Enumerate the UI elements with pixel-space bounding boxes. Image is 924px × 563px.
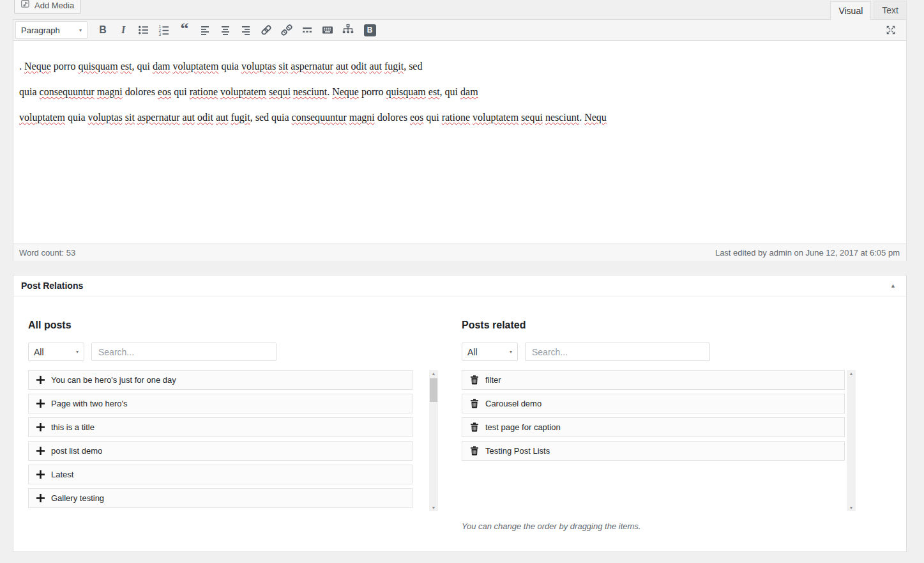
editor-status-bar: Word count:53 Last edited by admin on Ju… xyxy=(13,243,906,261)
post-title: Testing Post Lists xyxy=(485,446,550,456)
editor-paragraph: . Neque porro quisquam est, qui dam volu… xyxy=(19,60,893,72)
add-icon[interactable] xyxy=(36,447,45,455)
post-relations-body: All posts All ▾ You can be hero's just f… xyxy=(13,297,906,551)
all-posts-list: You can be hero's just for one day Page … xyxy=(28,370,413,511)
list-item[interactable]: You can be hero's just for one day xyxy=(28,370,413,390)
unlink-icon xyxy=(280,24,293,36)
last-edited-text: Last edited by admin on June 12, 2017 at… xyxy=(715,248,900,258)
add-media-button[interactable]: Add Media xyxy=(14,0,81,14)
scroll-down-icon[interactable]: ▼ xyxy=(847,505,856,510)
trash-icon[interactable] xyxy=(470,446,479,456)
unlink-button[interactable] xyxy=(278,22,296,38)
list-item[interactable]: test page for caption xyxy=(462,417,845,437)
all-posts-scrollbar[interactable]: ▲ ▼ xyxy=(429,370,438,511)
scroll-down-icon[interactable]: ▼ xyxy=(429,505,438,510)
post-relations-header[interactable]: Post Relations ▲ xyxy=(13,275,906,297)
list-item[interactable]: this is a title xyxy=(28,417,413,437)
drag-order-note: You can change the order by dragging the… xyxy=(462,521,640,531)
scrollbar-thumb[interactable] xyxy=(430,378,437,402)
align-right-icon xyxy=(239,24,252,36)
keyboard-button[interactable] xyxy=(319,22,337,38)
posts-related-list: filter Carousel demo test page for capti… xyxy=(462,370,845,511)
editor-paragraph: voluptatem quia voluptas sit aspernatur … xyxy=(19,111,893,123)
posts-related-scrollbar[interactable]: ▲ ▼ xyxy=(847,370,856,511)
all-posts-heading: All posts xyxy=(28,320,72,331)
scroll-up-icon[interactable]: ▲ xyxy=(429,371,438,376)
list-item[interactable]: Carousel demo xyxy=(462,394,845,413)
posts-related-column: Posts related All ▾ filter xyxy=(462,297,883,551)
align-center-button[interactable] xyxy=(216,22,234,38)
svg-text:3: 3 xyxy=(159,32,162,36)
tab-visual[interactable]: Visual xyxy=(830,1,871,20)
shortcode-b-icon: B xyxy=(364,24,376,36)
wp-post-editor-page: Add Media Visual Text Paragraph ▾ B I xyxy=(0,0,924,563)
editor-paragraph: quia consequuntur magni dolores eos qui … xyxy=(19,86,893,98)
read-more-tag-icon xyxy=(301,24,314,36)
link-icon xyxy=(260,24,273,36)
blockquote-button[interactable]: “ xyxy=(176,22,193,38)
blockquote-icon: “ xyxy=(181,26,189,35)
posts-related-search-input[interactable] xyxy=(525,343,710,361)
shortcode-b-button[interactable]: B xyxy=(361,22,379,38)
list-item[interactable]: Testing Post Lists xyxy=(462,441,845,461)
post-title: this is a title xyxy=(51,422,95,432)
post-title: Gallery testing xyxy=(51,493,104,503)
post-title: You can be hero's just for one day xyxy=(51,375,176,385)
add-icon[interactable] xyxy=(36,423,45,431)
list-item[interactable]: Page with two hero's xyxy=(28,394,413,413)
all-posts-column: All posts All ▾ You can be hero's just f… xyxy=(28,297,450,551)
add-media-label: Add Media xyxy=(34,1,74,10)
chevron-down-icon: ▾ xyxy=(79,27,82,33)
list-item[interactable]: Gallery testing xyxy=(28,488,413,508)
list-item[interactable]: post list demo xyxy=(28,441,413,461)
add-icon[interactable] xyxy=(36,399,45,408)
scroll-up-icon[interactable]: ▲ xyxy=(847,371,856,376)
post-title: filter xyxy=(485,375,501,385)
all-posts-filter-select[interactable]: All ▾ xyxy=(28,343,84,361)
fullscreen-expand-icon xyxy=(885,24,897,36)
posts-related-filter-select[interactable]: All ▾ xyxy=(462,343,518,361)
trash-icon[interactable] xyxy=(470,375,479,385)
tab-text[interactable]: Text xyxy=(874,1,907,19)
paragraph-format-value: Paragraph xyxy=(21,26,60,35)
bold-icon: B xyxy=(99,24,107,36)
add-icon[interactable] xyxy=(36,494,45,502)
list-item[interactable]: Latest xyxy=(28,465,413,484)
all-posts-search-input[interactable] xyxy=(91,343,276,361)
italic-button[interactable]: I xyxy=(114,22,132,38)
trash-icon[interactable] xyxy=(470,422,479,432)
keyboard-icon xyxy=(321,24,334,36)
post-relations-metabox: Post Relations ▲ All posts All ▾ You can… xyxy=(13,275,907,552)
chevron-down-icon: ▾ xyxy=(510,349,512,355)
align-left-button[interactable] xyxy=(196,22,214,38)
filter-value: All xyxy=(467,347,478,357)
bold-button[interactable]: B xyxy=(94,22,112,38)
read-more-tag-button[interactable] xyxy=(298,22,316,38)
bullet-list-button[interactable] xyxy=(135,22,153,38)
numbered-list-icon: 1 2 3 xyxy=(158,24,170,36)
editor-container: Paragraph ▾ B I 1 2 3 xyxy=(13,19,907,261)
sitemap-button[interactable] xyxy=(339,22,357,38)
fullscreen-button[interactable] xyxy=(882,22,900,38)
align-right-button[interactable] xyxy=(237,22,255,38)
post-title: test page for caption xyxy=(485,422,561,432)
add-icon[interactable] xyxy=(36,376,45,384)
post-title: Latest xyxy=(51,470,73,479)
numbered-list-button[interactable]: 1 2 3 xyxy=(155,22,173,38)
editor-content[interactable]: . Neque porro quisquam est, qui dam volu… xyxy=(13,41,906,243)
add-media-icon xyxy=(21,0,31,11)
posts-related-heading: Posts related xyxy=(462,320,526,331)
paragraph-format-select[interactable]: Paragraph ▾ xyxy=(15,21,87,39)
editor-toolbar: Paragraph ▾ B I 1 2 3 xyxy=(13,20,906,41)
add-icon[interactable] xyxy=(36,470,45,479)
editor-mode-tabs: Visual Text xyxy=(830,0,907,19)
trash-icon[interactable] xyxy=(470,399,479,408)
collapse-toggle-icon[interactable]: ▲ xyxy=(888,282,898,289)
post-title: Carousel demo xyxy=(485,399,542,408)
link-button[interactable] xyxy=(257,22,275,38)
align-left-icon xyxy=(199,24,211,36)
list-item[interactable]: filter xyxy=(462,370,845,390)
align-center-icon xyxy=(219,24,232,36)
post-title: post list demo xyxy=(51,446,102,456)
word-count: Word count:53 xyxy=(19,248,75,258)
